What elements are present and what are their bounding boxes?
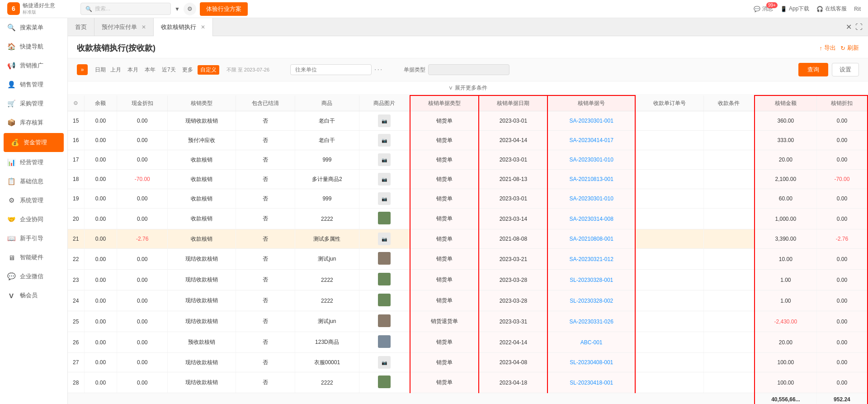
tab-prepay-close[interactable]: ✕ [142,24,146,30]
export-icon: ↑ [820,45,823,52]
bill-no-link[interactable]: ABC-001 [580,339,603,346]
tabbar: 首页 预付冲应付单 ✕ 收款核销执行 ✕ ✕ ⛶ [68,18,868,36]
sidebar-item-member[interactable]: V 畅会员 [0,286,67,305]
table-row: 180.00-70.00收款核销否多计量商品2📷销货单2021-08-13SA-… [68,170,868,189]
goods-image-cell [359,332,410,353]
bill-no-link[interactable]: SA-20230331-026 [569,318,613,325]
sidebar-item-operations[interactable]: 📊 经营管理 [0,153,67,172]
column-settings-icon[interactable]: ⚙ [73,100,78,106]
marketing-icon: 📢 [7,62,15,70]
bill-no-link[interactable]: SL-20230328-001 [570,277,613,283]
bill-no-link[interactable]: SA-20230321-012 [569,256,613,262]
filter-expand-button[interactable]: » [77,64,88,75]
table-row: 210.00-2.76收款核销否测试多属性📷销货单2021-08-08SA-20… [68,229,868,249]
goods-image-cell: 📷 [359,150,410,170]
col-write-off-discount: 核销折扣 [816,95,868,111]
date-7days[interactable]: 近7天 [160,65,178,75]
export-button[interactable]: ↑ 导出 [820,44,836,52]
message-button[interactable]: 💬 消息 99+ [754,5,773,13]
date-filter-group: 日期 上月 本月 本年 近7天 更多 自定义 [95,65,219,75]
sidebar-item-collab[interactable]: 🤝 企业协同 [0,210,67,229]
sidebar-item-basic[interactable]: 📋 基础信息 [0,172,67,191]
bill-no-link[interactable]: SL-20230408-001 [570,359,613,366]
settings-button[interactable]: 设置 [832,63,859,76]
goods-image-cell [359,270,410,290]
finance-icon: 💰 [11,138,19,147]
tab-receipt-close[interactable]: ✕ [201,24,205,30]
solution-button[interactable]: 体验行业方案 [200,2,248,16]
date-more[interactable]: 更多 [180,65,195,75]
sidebar-item-finance[interactable]: 💰 资金管理 [4,133,64,152]
hardware-icon: 🖥 [7,253,15,261]
bill-no-link[interactable]: SA-20230414-017 [569,137,613,143]
sidebar-item-guide[interactable]: 📖 新手引导 [0,229,67,248]
message-badge: 99+ [766,2,778,8]
basic-icon: 📋 [7,177,15,185]
sidebar-item-marketing[interactable]: 📢 营销推广 [0,56,67,75]
date-this-month[interactable]: 本月 [126,65,140,75]
bill-no-link[interactable]: SA-20230314-008 [569,216,613,222]
sidebar: 🔍 搜索菜单 🏠 快捷导航 📢 营销推广 👤 销售管理 🛒 采购管理 📦 库存核… [0,18,68,404]
date-range-display: 不限 至 2023-07-26 [226,67,269,73]
col-write-off-type: 核销类型 [168,95,236,111]
tab-prepay[interactable]: 预付冲应付单 ✕ [94,18,154,36]
page-title: 收款核销执行(按收款) [77,43,156,53]
app-download-button[interactable]: 📱 App下载 [780,5,809,13]
bill-no-link[interactable]: SL-20230328-002 [570,298,613,304]
member-icon: V [7,291,15,299]
sidebar-item-inventory[interactable]: 📦 库存核算 [0,113,67,132]
table-row: 220.000.00现结收款核销否测试jun销货单2023-03-21SA-20… [68,249,868,270]
sidebar-item-sales[interactable]: 👤 销售管理 [0,75,67,94]
tab-home[interactable]: 首页 [68,18,94,36]
top-right-area: 💬 消息 99+ 📱 App下载 🎧 在线客服 Rit [754,5,861,13]
app-name: 畅捷通好生意 [23,2,55,9]
voucher-type-select[interactable] [428,64,509,75]
search-icon: 🔍 [85,6,92,12]
page-header: 收款核销执行(按收款) ↑ 导出 ↻ 刷新 [68,36,868,58]
bill-no-link[interactable]: SA-20230301-001 [569,118,613,124]
query-button[interactable]: 查询 [798,63,828,76]
refresh-button[interactable]: ↻ 刷新 [840,44,859,52]
date-last-month[interactable]: 上月 [108,65,123,75]
col-goods-img: 商品图片 [359,95,410,111]
counterparty-dots[interactable]: ··· [374,66,383,74]
col-write-off-bill-type: 核销单据类型 [410,95,479,111]
bill-no-link[interactable]: SA-20210813-001 [569,176,613,182]
sidebar-item-hardware[interactable]: 🖥 智能硬件 [0,248,67,267]
expand-conditions-button[interactable]: ∨ 展开更多条件 [448,84,487,92]
sidebar-item-system[interactable]: ⚙ 系统管理 [0,191,67,210]
restore-tab-button[interactable]: ⛶ [855,23,863,31]
table-row: 280.000.00现结收款核销否2222销货单2023-04-18SL-202… [68,372,868,393]
table-row: 190.000.00收款核销否999📷销货单2023-03-01SA-20230… [68,189,868,209]
sidebar-item-purchase[interactable]: 🛒 采购管理 [0,94,67,113]
bill-no-link[interactable]: SA-20230301-010 [569,195,613,202]
col-receipt-conditions: 收款条件 [703,95,755,111]
bill-no-link[interactable]: SL-20230418-001 [570,380,613,386]
bill-no-link[interactable]: SA-20230301-010 [569,157,613,163]
goods-image-cell [359,372,410,393]
col-settings[interactable]: ⚙ [68,95,84,111]
sidebar-item-quicknav[interactable]: 🏠 快捷导航 [0,37,67,56]
search-input[interactable]: 🔍 搜索... [80,3,171,15]
col-goods: 商品 [295,95,359,111]
date-this-year[interactable]: 本年 [143,65,157,75]
search-icon: 🔍 [7,24,15,32]
bill-no-link[interactable]: SA-20210808-001 [569,236,613,242]
home-icon: 🏠 [7,43,15,51]
date-custom[interactable]: 自定义 [198,65,219,75]
sidebar-item-search[interactable]: 🔍 搜索菜单 [0,18,67,37]
user-name-area[interactable]: Rit [854,6,861,12]
goods-image-cell: 📷 [359,229,410,249]
tab-receipt[interactable]: 收款核销执行 ✕ [154,18,213,36]
dropdown-btn[interactable]: ▼ [175,6,180,12]
counterparty-input[interactable] [290,64,372,75]
operations-icon: 📊 [7,158,15,166]
online-service-button[interactable]: 🎧 在线客服 [816,5,847,13]
table-row: 270.000.00现结收款核销否衣服00001📷销货单2023-04-08SL… [68,353,868,372]
gear-button[interactable]: ⚙ [184,3,196,15]
sidebar-item-wechat[interactable]: 💬 企业微信 [0,267,67,286]
footer-write-off-discount: 952.24 [816,393,868,404]
data-table-container[interactable]: ⚙ 余额 现金折扣 核销类型 包含已结清 商品 商品图片 核销单据类型 核销单据… [68,95,868,404]
close-tab-button[interactable]: ✕ [846,23,852,31]
wechat-icon: 💬 [7,272,15,280]
